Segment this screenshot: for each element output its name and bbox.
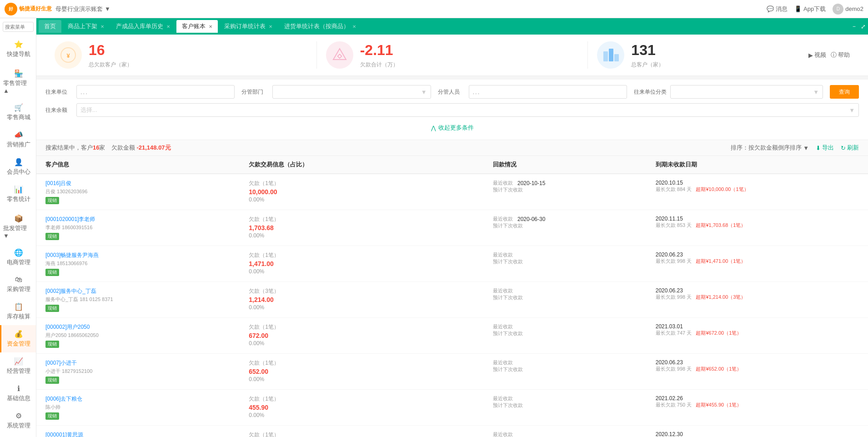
filter-label-category: 往来单位分类 bbox=[634, 88, 667, 96]
debt-amount[interactable]: 10,000.00 bbox=[249, 188, 493, 196]
tab-purchase-order[interactable]: 采购订单统计表 ✕ bbox=[219, 20, 278, 33]
sidebar-item-system[interactable]: ⚙ 系统管理 bbox=[0, 407, 36, 434]
tag-cash: 现销 bbox=[45, 377, 59, 384]
basic-icon: ℹ bbox=[17, 384, 20, 393]
debt-amount[interactable]: 672.00 bbox=[249, 332, 493, 339]
sidebar-item-retail-mgmt[interactable]: 🏪 零售管理 ▲ bbox=[0, 65, 36, 99]
filter-select-balance[interactable]: 选择... ▼ bbox=[76, 103, 859, 117]
customer-code[interactable]: [0001020001]李老师 bbox=[45, 216, 249, 223]
overdue-text[interactable]: 超期¥1,471.00（1笔） bbox=[696, 258, 746, 264]
return-label: 最近收款 bbox=[493, 216, 513, 222]
finance-icon: 💰 bbox=[14, 330, 23, 338]
filter-input-unit[interactable]: ... bbox=[76, 85, 235, 99]
max-overdue: 最长欠款 884 天 超期¥10,000.00（1笔） bbox=[656, 186, 859, 193]
close-icon[interactable]: ✕ bbox=[100, 24, 104, 29]
overdue-text[interactable]: 超期¥1,214.00（3笔） bbox=[696, 294, 746, 300]
collapse-tabs-icon[interactable]: － bbox=[851, 22, 857, 30]
debt-amount[interactable]: 1,471.00 bbox=[249, 260, 493, 267]
max-overdue: 最长欠款 998 天 超期¥1,214.00（3笔） bbox=[656, 294, 859, 301]
tab-customer-account[interactable]: 客户账本 ✕ bbox=[176, 20, 218, 33]
overdue-text[interactable]: 超期¥672.00（1笔） bbox=[696, 330, 742, 336]
store-name: 母婴行业演示账套 bbox=[55, 5, 103, 13]
sidebar-item-inventory[interactable]: 📋 库存核算 bbox=[0, 298, 36, 325]
sidebar-item-retail-stats[interactable]: 📊 零售统计 bbox=[0, 181, 36, 208]
export-btn[interactable]: ⬇ 导出 bbox=[816, 144, 834, 152]
app-name: 畅捷通好生意 bbox=[19, 5, 52, 13]
sidebar-item-quicknav[interactable]: ⭐ 快捷导航 bbox=[0, 35, 36, 63]
customer-code[interactable]: [000002]用户2050 bbox=[45, 323, 249, 331]
debt-amount[interactable]: 1,214.00 bbox=[249, 296, 493, 303]
sidebar-item-enterprise[interactable]: 🏢 企业协同 bbox=[0, 434, 36, 437]
video-btn[interactable]: ▶ 视频 bbox=[808, 51, 826, 59]
overdue-text[interactable]: 超期¥1,703.68（1笔） bbox=[696, 222, 746, 228]
customer-code[interactable]: [0007]小进干 bbox=[45, 359, 249, 367]
return-next: 预计下次收款 bbox=[493, 402, 656, 409]
customer-code[interactable]: [0006]去下粮仓 bbox=[45, 395, 249, 403]
customer-code[interactable]: [0002]服务中心_丁磊 bbox=[45, 287, 249, 295]
sidebar-item-retail-mall[interactable]: 🛒 零售商城 bbox=[0, 99, 36, 126]
tab-product-shelf[interactable]: 商品上下架 ✕ bbox=[62, 20, 110, 33]
refresh-btn[interactable]: ↻ 刷新 bbox=[841, 144, 859, 152]
sidebar-item-basic[interactable]: ℹ 基础信息 bbox=[0, 380, 36, 407]
filter-select-category[interactable]: ▼ bbox=[670, 85, 823, 99]
phone-icon: 📱 bbox=[794, 5, 802, 12]
customer-code[interactable]: [0003]畅捷服务尹海燕 bbox=[45, 251, 249, 259]
sidebar-item-member[interactable]: 👤 会员中心 bbox=[0, 153, 36, 181]
store-selector[interactable]: 母婴行业演示账套 ▼ bbox=[55, 5, 110, 13]
close-icon[interactable]: ✕ bbox=[352, 24, 356, 29]
search-button[interactable]: 查询 bbox=[830, 85, 859, 99]
due-cell: 2020.10.15 最长欠款 884 天 超期¥10,000.00（1笔） bbox=[656, 180, 859, 193]
expand-tabs-icon[interactable]: ⤢ bbox=[861, 23, 866, 30]
result-bar: 搜索结果中，客户16家 欠款金额 -21,148.07元 排序：按欠款金额倒序排… bbox=[36, 140, 868, 156]
help-icon: ⓘ bbox=[831, 51, 837, 59]
tab-purchase-stats[interactable]: 进货单统计表（按商品） ✕ bbox=[279, 20, 361, 33]
collapse-btn[interactable]: ⋀ 收起更多条件 bbox=[45, 121, 859, 134]
sidebar-item-batch-mgmt[interactable]: 📦 批发管理 ▼ bbox=[0, 210, 36, 244]
sidebar-item-label: 零售统计 bbox=[7, 195, 30, 203]
debt-amount[interactable]: 455.90 bbox=[249, 404, 493, 411]
close-icon[interactable]: ✕ bbox=[269, 24, 272, 29]
customer-code[interactable]: [000001]黄思源 bbox=[45, 431, 249, 437]
close-icon[interactable]: ✕ bbox=[209, 24, 212, 29]
help-btn[interactable]: ⓘ 帮助 bbox=[831, 51, 850, 59]
app-logo[interactable]: 好 畅捷通好生意 bbox=[5, 3, 52, 15]
app-download-btn[interactable]: 📱 App下载 bbox=[794, 5, 826, 13]
debt-count: 欠款（1笔） bbox=[249, 216, 493, 223]
sidebar-item-purchase[interactable]: 🛍 采购管理 bbox=[0, 271, 36, 298]
debt-amount[interactable]: 652.00 bbox=[249, 368, 493, 375]
tab-product-history[interactable]: 产成品入库单历史 ✕ bbox=[110, 20, 176, 33]
sidebar-item-marketing[interactable]: 📣 营销推广 bbox=[0, 126, 36, 153]
debt-count: 欠款（1笔） bbox=[249, 180, 493, 187]
sort-dropdown[interactable]: 排序：按欠款金额倒序排序 ▼ bbox=[731, 144, 809, 152]
debt-amount[interactable]: 1,703.68 bbox=[249, 224, 493, 231]
search-input[interactable] bbox=[3, 22, 34, 32]
close-icon[interactable]: ✕ bbox=[166, 24, 170, 29]
filter-input-person[interactable]: ... bbox=[469, 85, 627, 99]
filter-select-dept[interactable]: ▼ bbox=[272, 85, 431, 99]
stat-info-debtors: 16 总欠款客户（家） bbox=[89, 42, 132, 69]
customer-code[interactable]: [0016]吕俊 bbox=[45, 180, 249, 187]
overdue-text[interactable]: 超期¥10,000.00（1笔） bbox=[696, 186, 748, 192]
sidebar-item-operation[interactable]: 📈 经营管理 bbox=[0, 352, 36, 380]
tag-cash: 现销 bbox=[45, 269, 59, 276]
export-label: 导出 bbox=[822, 144, 834, 152]
debt-ratio: 0.00% bbox=[249, 412, 493, 418]
return-label: 最近收款 bbox=[493, 395, 513, 402]
tab-home[interactable]: 首页 bbox=[39, 20, 61, 33]
debt-count: 欠款（1笔） bbox=[249, 359, 493, 367]
tag-cash: 现销 bbox=[45, 197, 59, 204]
sidebar-item-finance[interactable]: 💰 资金管理 bbox=[0, 325, 36, 352]
user-profile[interactable]: D demo2 bbox=[833, 4, 863, 15]
tab-bar-right: － ⤢ bbox=[851, 22, 866, 30]
debt-label: 欠款金额 -21,148.07元 bbox=[111, 144, 171, 151]
overdue-text[interactable]: 超期¥652.00（1笔） bbox=[696, 366, 742, 372]
stat-number-total: 131 bbox=[631, 42, 664, 59]
tab-label: 进货单统计表（按商品） bbox=[284, 22, 349, 30]
stats-row: ¥ 16 总欠款客户（家） ◇ bbox=[36, 35, 868, 76]
message-btn[interactable]: 💬 消息 bbox=[767, 5, 788, 13]
customer-phone: 李老师 18600391516 bbox=[45, 224, 249, 231]
sidebar-search[interactable] bbox=[0, 18, 36, 35]
refresh-label: 刷新 bbox=[847, 144, 859, 152]
sidebar-item-ecommerce[interactable]: 🌐 电商管理 bbox=[0, 244, 36, 271]
overdue-text[interactable]: 超期¥455.90（1笔） bbox=[696, 402, 742, 407]
